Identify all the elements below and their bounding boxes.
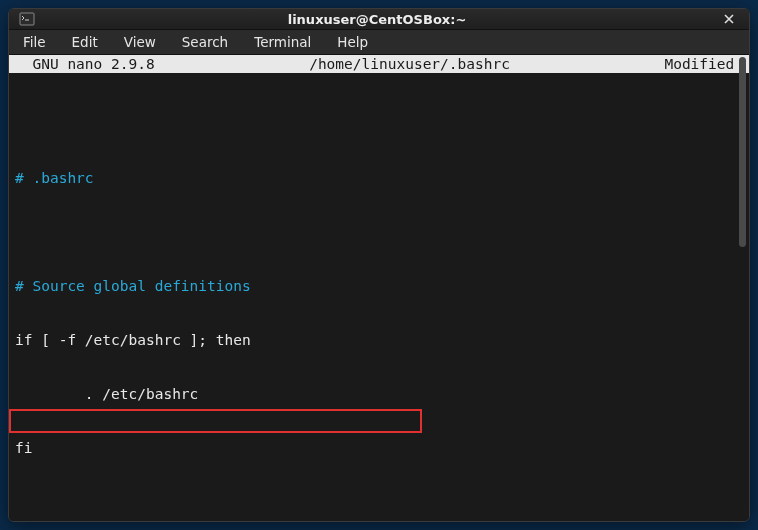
nano-filepath: /home/linuxuser/.bashrc	[155, 55, 665, 73]
menu-search[interactable]: Search	[176, 30, 234, 54]
editor-line: # Source global definitions	[15, 277, 743, 295]
menu-file[interactable]: File	[17, 30, 52, 54]
menu-terminal[interactable]: Terminal	[248, 30, 317, 54]
scrollbar[interactable]	[739, 55, 747, 522]
menubar: File Edit View Search Terminal Help	[9, 30, 749, 55]
editor-line: if [ -f /etc/bashrc ]; then	[15, 331, 743, 349]
editor-line: . /etc/bashrc	[15, 385, 743, 403]
editor-line	[15, 493, 743, 511]
terminal-window: linuxuser@CentOSBox:~ File Edit View Sea…	[8, 8, 750, 522]
terminal-icon	[19, 11, 35, 27]
editor-line: fi	[15, 439, 743, 457]
close-button[interactable]	[719, 9, 739, 29]
nano-editor[interactable]: # .bashrc # Source global definitions if…	[9, 73, 749, 522]
titlebar: linuxuser@CentOSBox:~	[9, 9, 749, 30]
terminal-viewport[interactable]: GNU nano 2.9.8 /home/linuxuser/.bashrc M…	[9, 55, 749, 522]
svg-rect-0	[20, 13, 34, 25]
menu-edit[interactable]: Edit	[66, 30, 104, 54]
scrollbar-thumb[interactable]	[739, 57, 746, 247]
window-title: linuxuser@CentOSBox:~	[35, 12, 719, 27]
menu-help[interactable]: Help	[331, 30, 374, 54]
nano-header: GNU nano 2.9.8 /home/linuxuser/.bashrc M…	[9, 55, 749, 73]
editor-line	[15, 223, 743, 241]
nano-version: GNU nano 2.9.8	[15, 55, 155, 73]
nano-status: Modified	[664, 55, 743, 73]
editor-line: # .bashrc	[15, 169, 743, 187]
menu-view[interactable]: View	[118, 30, 162, 54]
editor-line	[15, 115, 743, 133]
